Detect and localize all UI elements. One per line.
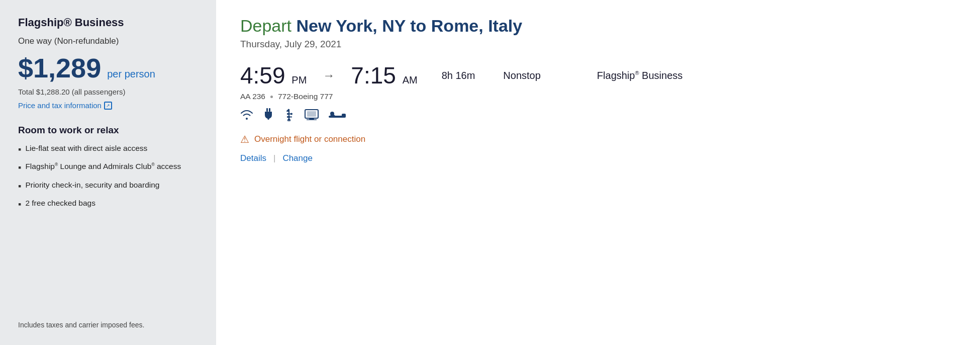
- footnote: Includes taxes and carrier imposed fees.: [18, 311, 198, 329]
- svg-rect-7: [287, 116, 290, 118]
- benefit-item-1: ▪ Lie-flat seat with direct aisle access: [18, 144, 198, 155]
- change-link[interactable]: Change: [282, 153, 313, 163]
- cabin-class-title: Flagship® Business: [18, 16, 198, 29]
- lieflat-icon: [329, 110, 347, 123]
- svg-rect-2: [268, 117, 269, 120]
- arrive-ampm: AM: [403, 74, 418, 85]
- overnight-notice: ⚠ Overnight flight or connection: [240, 133, 956, 145]
- bullet-icon: ▪: [18, 144, 21, 155]
- entertainment-icon: [305, 109, 319, 123]
- link-separator: |: [273, 153, 275, 163]
- nonstop-label: Nonstop: [503, 70, 541, 81]
- bullet-icon: ▪: [18, 181, 21, 192]
- depart-ampm: PM: [291, 74, 307, 85]
- depart-time: 4:59 PM: [240, 64, 307, 87]
- bullet-icon: ▪: [18, 199, 21, 210]
- flight-info-row: AA 236 772-Boeing 777: [240, 92, 956, 101]
- power-icon: [263, 108, 273, 124]
- flight-times-row: 4:59 PM → 7:15 AM 8h 16m Nonstop Flagshi…: [240, 64, 956, 87]
- per-person-label: per person: [107, 68, 155, 80]
- flight-date: Thursday, July 29, 2021: [240, 39, 956, 50]
- external-link-icon: ↗: [104, 102, 112, 110]
- total-label: Total $1,288.20 (all passengers): [18, 88, 198, 96]
- svg-point-6: [290, 113, 292, 115]
- svg-rect-0: [266, 108, 268, 112]
- svg-rect-1: [269, 108, 270, 112]
- price-tax-info-link[interactable]: Price and tax information ↗: [18, 101, 198, 110]
- cabin-class-label: Flagship® Business: [597, 70, 682, 81]
- price-row: $1,289 per person: [18, 54, 198, 81]
- details-link[interactable]: Details: [240, 153, 266, 163]
- warning-icon: ⚠: [240, 133, 249, 145]
- action-links-row: Details | Change: [240, 153, 956, 163]
- svg-rect-11: [307, 111, 316, 117]
- benefit-item-4: ▪ 2 free checked bags: [18, 199, 198, 210]
- flight-number: AA 236: [240, 92, 265, 101]
- aircraft-type: 772-Boeing 777: [278, 92, 333, 101]
- route-label: New York, NY to Rome, Italy: [297, 16, 523, 35]
- usb-icon: [283, 108, 295, 124]
- arrow-icon: →: [323, 68, 335, 82]
- svg-rect-4: [287, 113, 289, 115]
- depart-label: Depart: [240, 16, 291, 35]
- bullet-icon: ▪: [18, 162, 21, 174]
- svg-rect-14: [329, 116, 344, 118]
- fare-type-label: One way (Non-refundable): [18, 36, 198, 46]
- amenities-row: [240, 108, 956, 124]
- arrive-time: 7:15 AM: [351, 64, 417, 87]
- flight-heading: Depart New York, NY to Rome, Italy: [240, 16, 956, 36]
- separator-dot: [270, 96, 273, 98]
- wifi-icon: [240, 109, 253, 123]
- benefit-item-3: ▪ Priority check-in, security and boardi…: [18, 181, 198, 192]
- svg-rect-15: [342, 114, 346, 118]
- benefits-section-title: Room to work or relax: [18, 125, 198, 136]
- flight-duration: 8h 16m: [442, 70, 475, 81]
- benefit-item-2: ▪ Flagship® Lounge and Admirals Club® ac…: [18, 162, 198, 174]
- price-amount: $1,289: [18, 54, 101, 81]
- left-panel: Flagship® Business One way (Non-refundab…: [0, 0, 216, 345]
- overnight-text: Overnight flight or connection: [254, 134, 365, 144]
- right-panel: Depart New York, NY to Rome, Italy Thurs…: [216, 0, 980, 345]
- benefit-text: Flagship® Lounge and Admirals Club® acce…: [25, 162, 181, 171]
